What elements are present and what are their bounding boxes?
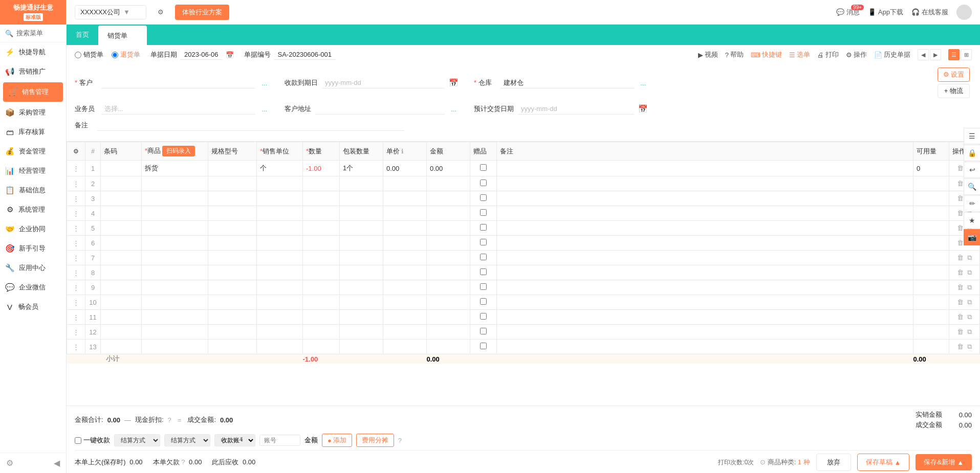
row-spec-cell[interactable] bbox=[208, 280, 257, 295]
sidebar-item-basics[interactable]: 📋 基础信息 bbox=[0, 181, 66, 200]
row-unit-cell[interactable]: 个 bbox=[257, 161, 303, 176]
row-spec-cell[interactable] bbox=[208, 161, 257, 176]
delete-icon[interactable]: 🗑 bbox=[957, 328, 964, 335]
gift-checkbox[interactable] bbox=[480, 239, 487, 245]
gift-checkbox[interactable] bbox=[480, 343, 487, 349]
row-settings-cell[interactable]: ⋮ bbox=[67, 191, 85, 206]
copy-icon[interactable]: ⧉ bbox=[967, 328, 972, 335]
row-amount-cell[interactable] bbox=[427, 251, 470, 265]
print-btn[interactable]: 🖨 打印 bbox=[817, 50, 839, 59]
row-unit-cell[interactable] bbox=[257, 280, 303, 295]
gift-checkbox[interactable] bbox=[480, 313, 487, 320]
row-remark-cell[interactable] bbox=[497, 206, 913, 221]
row-price-cell[interactable] bbox=[383, 280, 427, 295]
expected-date-input[interactable] bbox=[518, 103, 634, 115]
row-unit-cell[interactable] bbox=[257, 265, 303, 280]
setting-button[interactable]: ⚙ 设置 bbox=[938, 67, 970, 82]
next-arrow[interactable]: ▶ bbox=[930, 49, 941, 60]
row-pkgqty-cell[interactable] bbox=[340, 325, 383, 340]
row-barcode-cell[interactable] bbox=[101, 191, 142, 206]
sidebar-item-guide[interactable]: 🎯 新手引导 bbox=[0, 239, 66, 258]
row-qty-cell[interactable] bbox=[303, 265, 340, 280]
gift-checkbox[interactable] bbox=[480, 209, 487, 216]
row-gift-cell[interactable] bbox=[470, 191, 497, 206]
customer-addr-dots[interactable]: ... bbox=[449, 104, 459, 114]
row-settings-cell[interactable]: ⋮ bbox=[67, 236, 85, 251]
row-qty-cell[interactable] bbox=[303, 280, 340, 295]
row-barcode-cell[interactable] bbox=[101, 251, 142, 265]
rfloat-refresh-icon[interactable]: ↩ bbox=[964, 162, 980, 178]
delete-icon[interactable]: 🗑 bbox=[957, 239, 964, 246]
chevron-up-icon2[interactable]: ▲ bbox=[957, 459, 964, 466]
row-barcode-cell[interactable] bbox=[101, 161, 142, 176]
rfloat-camera-icon[interactable]: 📷 bbox=[964, 229, 980, 245]
video-btn[interactable]: ▶ 视频 bbox=[698, 50, 718, 59]
row-product-cell[interactable] bbox=[142, 265, 208, 280]
row-price-cell[interactable] bbox=[383, 251, 427, 265]
row-product-cell[interactable] bbox=[142, 221, 208, 236]
due-date-calendar-icon[interactable]: 📅 bbox=[449, 78, 459, 87]
rfloat-edit-icon[interactable]: ✏ bbox=[964, 195, 980, 212]
row-remark-cell[interactable] bbox=[497, 295, 913, 310]
row-pkgqty-cell[interactable] bbox=[340, 206, 383, 221]
row-pkgqty-cell[interactable] bbox=[340, 236, 383, 251]
row-product-cell[interactable] bbox=[142, 325, 208, 340]
row-price-cell[interactable] bbox=[383, 191, 427, 206]
row-remark-cell[interactable] bbox=[497, 161, 913, 176]
gift-checkbox[interactable] bbox=[480, 194, 487, 201]
calendar-icon[interactable]: 📅 bbox=[226, 51, 234, 59]
row-remark-cell[interactable] bbox=[497, 176, 913, 191]
row-amount-cell[interactable] bbox=[427, 295, 470, 310]
row-pkgqty-cell[interactable] bbox=[340, 340, 383, 354]
sidebar-item-member[interactable]: V 畅会员 bbox=[0, 297, 66, 317]
sidebar-item-app-center[interactable]: 🔧 应用中心 bbox=[0, 258, 66, 278]
help-icon-debit[interactable]: ? bbox=[181, 458, 185, 466]
copy-icon[interactable]: ⧉ bbox=[967, 254, 972, 261]
delete-icon[interactable]: 🗑 bbox=[957, 343, 964, 350]
row-unit-cell[interactable] bbox=[257, 325, 303, 340]
row-spec-cell[interactable] bbox=[208, 251, 257, 265]
chevron-up-icon[interactable]: ▲ bbox=[895, 459, 901, 466]
due-date-input[interactable] bbox=[322, 77, 445, 88]
row-qty-cell[interactable] bbox=[303, 221, 340, 236]
help-circle-icon[interactable]: ? bbox=[168, 416, 171, 424]
row-pkgqty-cell[interactable] bbox=[340, 280, 383, 295]
row-amount-cell[interactable] bbox=[427, 340, 470, 354]
delete-icon[interactable]: 🗑 bbox=[957, 194, 964, 202]
operate-btn[interactable]: ⚙ 操作 bbox=[846, 50, 867, 59]
row-product-cell[interactable] bbox=[142, 251, 208, 265]
row-gift-cell[interactable] bbox=[470, 221, 497, 236]
row-remark-cell[interactable] bbox=[497, 325, 913, 340]
row-settings-cell[interactable]: ⋮ bbox=[67, 221, 85, 236]
row-remark-cell[interactable] bbox=[497, 251, 913, 265]
delete-icon[interactable]: 🗑 bbox=[957, 209, 964, 217]
gift-checkbox[interactable] bbox=[480, 283, 487, 290]
row-spec-cell[interactable] bbox=[208, 310, 257, 325]
row-spec-cell[interactable] bbox=[208, 325, 257, 340]
row-price-cell[interactable] bbox=[383, 295, 427, 310]
row-gift-cell[interactable] bbox=[470, 161, 497, 176]
row-spec-cell[interactable] bbox=[208, 236, 257, 251]
tab-home[interactable]: 首页 bbox=[67, 25, 98, 45]
delete-icon[interactable]: 🗑 bbox=[957, 313, 964, 321]
row-product-cell[interactable] bbox=[142, 310, 208, 325]
row-gift-cell[interactable] bbox=[470, 340, 497, 354]
gift-checkbox[interactable] bbox=[480, 328, 487, 334]
row-unit-cell[interactable] bbox=[257, 176, 303, 191]
row-barcode-cell[interactable] bbox=[101, 325, 142, 340]
row-barcode-cell[interactable] bbox=[101, 221, 142, 236]
row-remark-cell[interactable] bbox=[497, 221, 913, 236]
list-view-btn[interactable]: ☰ bbox=[948, 49, 960, 60]
payment-method-select2[interactable]: 结算方式 bbox=[164, 434, 210, 446]
row-pkgqty-cell[interactable] bbox=[340, 191, 383, 206]
row-spec-cell[interactable] bbox=[208, 295, 257, 310]
order-value[interactable]: SA-20230606-001 bbox=[274, 50, 336, 60]
row-product-cell[interactable] bbox=[142, 176, 208, 191]
gift-checkbox[interactable] bbox=[480, 298, 487, 305]
sidebar-settings-icon[interactable]: ⚙ bbox=[6, 458, 13, 468]
row-settings-cell[interactable]: ⋮ bbox=[67, 251, 85, 265]
price-info-icon[interactable]: ℹ bbox=[401, 148, 404, 155]
select-btn[interactable]: ☰ 选单 bbox=[789, 50, 810, 59]
gear-button[interactable]: ⚙ bbox=[153, 4, 169, 20]
sidebar-item-operations[interactable]: 📊 经营管理 bbox=[0, 161, 66, 181]
